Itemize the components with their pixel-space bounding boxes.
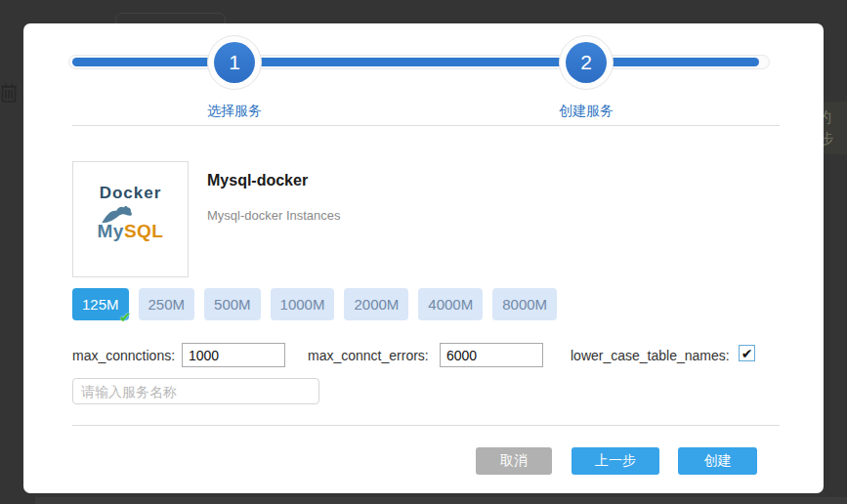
step-2-label: 创建服务 — [518, 103, 655, 120]
step-indicator-2: 2 — [559, 35, 614, 90]
service-logo: Docker MySQL — [72, 161, 189, 277]
create-button[interactable]: 创建 — [678, 447, 757, 475]
cancel-button[interactable]: 取消 — [476, 447, 552, 475]
docker-logo-text: Docker — [73, 184, 188, 203]
memory-options-row: 125M✔250M500M1000M2000M4000M8000M — [72, 288, 557, 320]
service-title: Mysql-docker — [207, 172, 308, 189]
wizard-progress-fill — [72, 58, 759, 66]
memory-option-8000m[interactable]: 8000M — [492, 288, 557, 320]
selected-check-icon: ✔ — [119, 309, 132, 326]
wizard-progress-track — [68, 55, 770, 69]
max-connections-input[interactable] — [182, 343, 285, 367]
step-indicator-1: 1 — [207, 35, 262, 90]
service-description: Mysql-docker Instances — [207, 208, 341, 223]
divider — [72, 425, 780, 426]
service-name-input[interactable] — [72, 378, 319, 404]
checkmark-icon: ✔ — [741, 347, 753, 360]
previous-step-button[interactable]: 上一步 — [572, 447, 659, 475]
memory-option-2000m[interactable]: 2000M — [344, 288, 408, 320]
trash-icon — [0, 81, 18, 105]
max-connect-errors-input[interactable] — [440, 343, 543, 367]
mysql-logo-text: MySQL — [73, 221, 188, 242]
memory-option-500m[interactable]: 500M — [204, 288, 261, 320]
mysql-logo-my: My — [98, 221, 124, 241]
memory-option-1000m[interactable]: 1000M — [271, 288, 335, 320]
lower-case-table-names-checkbox[interactable]: ✔ — [739, 345, 755, 361]
mysql-logo-sql: SQL — [124, 221, 164, 241]
memory-option-125m[interactable]: 125M✔ — [72, 288, 129, 320]
step-2-number: 2 — [566, 42, 607, 83]
max-connections-label: max_connctions: — [72, 348, 175, 363]
max-connect-errors-label: max_connct_errors: — [308, 348, 429, 363]
lower-case-table-names-label: lower_case_table_names: — [571, 348, 730, 363]
create-service-dialog: 1 2 选择服务 创建服务 Docker MySQL Mysql-docker … — [23, 23, 824, 493]
step-1-label: 选择服务 — [166, 103, 303, 120]
memory-option-250m[interactable]: 250M — [139, 288, 195, 320]
memory-option-4000m[interactable]: 4000M — [418, 288, 483, 320]
step-1-number: 1 — [214, 42, 255, 83]
divider — [72, 125, 780, 126]
dimmed-background-band — [35, 497, 847, 504]
